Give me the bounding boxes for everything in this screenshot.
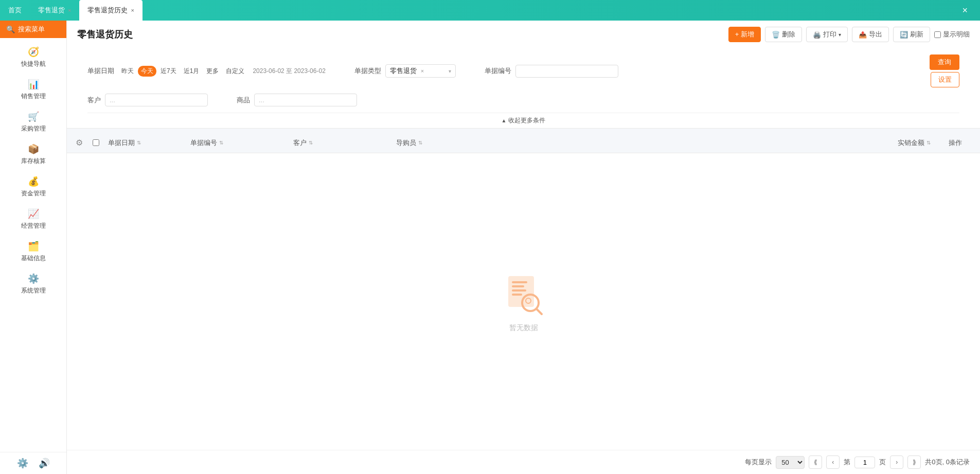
tab-retail-return-history-label: 零售退货历史 bbox=[87, 6, 128, 15]
sidebar: 🔍 搜索菜单 🧭 快捷导航 📊 销售管理 🛒 采购管理 📦 库存核算 💰 bbox=[0, 21, 67, 474]
th-amount-sort[interactable]: ⇅ bbox=[926, 140, 931, 145]
new-button[interactable]: + 新增 bbox=[728, 27, 761, 42]
content-area: 零售退货历史 + 新增 🗑️ 删除 🖨️ 打印 ▾ 📤 导出 bbox=[67, 21, 980, 474]
th-action: 操作 bbox=[935, 138, 976, 148]
filter-area: 单据日期 昨天 今天 近7天 近1月 更多 自定义 2023-06-02 至 2… bbox=[77, 48, 970, 128]
sidebar-item-finance[interactable]: 💰 资金管理 bbox=[0, 170, 66, 202]
doc-type-tag: 零售退货 bbox=[390, 66, 417, 76]
page-number-input[interactable] bbox=[854, 457, 875, 468]
shortcut-today[interactable]: 今天 bbox=[138, 66, 156, 77]
doc-type-filter-group: 单据类型 零售退货 × ▾ bbox=[354, 64, 456, 78]
sidebar-item-operations[interactable]: 📈 经营管理 bbox=[0, 202, 66, 234]
column-settings-icon[interactable]: ⚙ bbox=[71, 138, 87, 148]
sidebar-item-purchase-mgmt[interactable]: 🛒 采购管理 bbox=[0, 105, 66, 137]
goods-filter-label: 商品 bbox=[237, 96, 250, 105]
sidebar-item-label: 资金管理 bbox=[21, 189, 46, 198]
main-layout: 🔍 搜索菜单 🧭 快捷导航 📊 销售管理 🛒 采购管理 📦 库存核算 💰 bbox=[0, 21, 980, 474]
refresh-button[interactable]: 🔄 刷新 bbox=[893, 27, 930, 42]
refresh-label: 刷新 bbox=[910, 30, 923, 39]
goods-input[interactable]: ... bbox=[254, 94, 357, 106]
sidebar-item-sales-mgmt[interactable]: 📊 销售管理 bbox=[0, 72, 66, 105]
collapse-label: 收起更多条件 bbox=[508, 116, 545, 125]
th-customer: 客户 ⇅ bbox=[289, 138, 392, 148]
shortcut-more[interactable]: 更多 bbox=[203, 66, 222, 77]
refresh-icon: 🔄 bbox=[900, 31, 908, 39]
sidebar-item-quick-nav[interactable]: 🧭 快捷导航 bbox=[0, 40, 66, 72]
prev-page-button[interactable]: ‹ bbox=[826, 455, 840, 469]
toolbar: + 新增 🗑️ 删除 🖨️ 打印 ▾ 📤 导出 bbox=[728, 27, 970, 42]
sidebar-item-label: 基础信息 bbox=[21, 254, 46, 263]
doc-type-tag-close[interactable]: × bbox=[421, 68, 424, 74]
display-mingxi-checkbox[interactable] bbox=[934, 31, 941, 38]
filter-row-1: 单据日期 昨天 今天 近7天 近1月 更多 自定义 2023-06-02 至 2… bbox=[87, 54, 959, 87]
shortcut-yesterday[interactable]: 昨天 bbox=[118, 66, 137, 77]
tab-list: 首页 零售退货 × 零售退货历史 × bbox=[0, 0, 958, 21]
sidebar-items-list: 🧭 快捷导航 📊 销售管理 🛒 采购管理 📦 库存核算 💰 资金管理 📈 bbox=[0, 38, 66, 452]
shortcut-1month[interactable]: 近1月 bbox=[181, 66, 203, 77]
inventory-icon: 📦 bbox=[28, 143, 39, 155]
tab-home[interactable]: 首页 bbox=[0, 0, 30, 21]
page-unit: 页 bbox=[879, 458, 886, 467]
table-header: ⚙ 单据日期 ⇅ 单据编号 ⇅ 客户 ⇅ 导购员 ⇅ bbox=[67, 133, 980, 153]
th-customer-label: 客户 bbox=[293, 138, 307, 148]
top-bar: 首页 零售退货 × 零售退货历史 × × bbox=[0, 0, 980, 21]
goods-placeholder: ... bbox=[259, 96, 264, 104]
tab-home-label: 首页 bbox=[8, 6, 22, 15]
th-date-sort[interactable]: ⇅ bbox=[137, 140, 141, 145]
print-label: 打印 bbox=[823, 30, 836, 39]
settings-bottom-icon[interactable]: ⚙️ bbox=[17, 458, 28, 469]
th-num-sort[interactable]: ⇅ bbox=[219, 140, 223, 145]
collapse-icon: ▲ bbox=[502, 118, 507, 123]
top-bar-right: × bbox=[958, 0, 980, 21]
tab-retail-return[interactable]: 零售退货 × bbox=[30, 0, 79, 21]
svg-rect-2 bbox=[512, 285, 524, 287]
sidebar-search-bar[interactable]: 🔍 搜索菜单 bbox=[0, 21, 66, 38]
pagination-bar: 每页显示 50 10 20 100 ⟪ ‹ 第 页 › ⟫ 共0页, 0条记录 bbox=[67, 450, 980, 474]
th-select-all[interactable] bbox=[87, 139, 104, 146]
customer-input[interactable]: ... bbox=[105, 94, 208, 106]
query-button[interactable]: 查询 bbox=[930, 54, 959, 70]
sidebar-item-basic-info[interactable]: 🗂️ 基础信息 bbox=[0, 234, 66, 267]
select-all-checkbox[interactable] bbox=[93, 139, 99, 146]
purchase-mgmt-icon: 🛒 bbox=[28, 111, 39, 122]
collapse-bar[interactable]: ▲ 收起更多条件 bbox=[87, 113, 959, 128]
export-button[interactable]: 📤 导出 bbox=[852, 27, 889, 42]
page-title-row: 零售退货历史 + 新增 🗑️ 删除 🖨️ 打印 ▾ 📤 导出 bbox=[77, 27, 970, 42]
tab-retail-return-history[interactable]: 零售退货历史 × bbox=[79, 0, 142, 21]
doc-type-label: 单据类型 bbox=[354, 66, 381, 76]
search-icon: 🔍 bbox=[6, 25, 15, 33]
date-shortcuts: 昨天 今天 近7天 近1月 更多 自定义 bbox=[118, 66, 247, 77]
tab-retail-return-close[interactable]: × bbox=[68, 7, 71, 13]
th-action-label: 操作 bbox=[949, 138, 962, 148]
shortcut-7days[interactable]: 近7天 bbox=[157, 66, 180, 77]
per-page-select[interactable]: 50 10 20 100 bbox=[776, 456, 805, 469]
setting-button[interactable]: 设置 bbox=[931, 72, 959, 87]
next-page-button[interactable]: › bbox=[890, 455, 903, 469]
print-button[interactable]: 🖨️ 打印 ▾ bbox=[806, 27, 848, 42]
svg-rect-1 bbox=[512, 281, 527, 283]
th-customer-sort[interactable]: ⇅ bbox=[309, 140, 313, 145]
last-page-button[interactable]: ⟫ bbox=[907, 455, 921, 469]
sidebar-bottom-bar: ⚙️ 🔊 bbox=[0, 452, 66, 474]
date-filter-label: 单据日期 bbox=[87, 66, 114, 76]
sidebar-item-system[interactable]: ⚙️ 系统管理 bbox=[0, 267, 66, 299]
tab-retail-return-history-close[interactable]: × bbox=[131, 7, 134, 13]
delete-icon: 🗑️ bbox=[772, 31, 780, 39]
page-label: 第 bbox=[844, 458, 850, 467]
date-range-value: 2023-06-02 至 2023-06-02 bbox=[253, 67, 325, 76]
audio-bottom-icon[interactable]: 🔊 bbox=[39, 458, 50, 469]
filter-row-2: 客户 ... 商品 ... bbox=[87, 94, 959, 106]
shortcut-custom[interactable]: 自定义 bbox=[223, 66, 247, 77]
empty-state: 暂无数据 bbox=[67, 153, 980, 450]
doc-num-input[interactable] bbox=[515, 65, 618, 78]
th-guide-sort[interactable]: ⇅ bbox=[418, 140, 422, 145]
delete-button[interactable]: 🗑️ 删除 bbox=[765, 27, 802, 42]
sidebar-item-inventory[interactable]: 📦 库存核算 bbox=[0, 137, 66, 170]
per-page-label: 每页显示 bbox=[745, 458, 772, 467]
doc-type-select[interactable]: 零售退货 × ▾ bbox=[385, 64, 456, 78]
sidebar-search-label: 搜索菜单 bbox=[18, 25, 45, 34]
window-close-button[interactable]: × bbox=[958, 5, 972, 16]
first-page-button[interactable]: ⟪ bbox=[809, 455, 822, 469]
delete-label: 删除 bbox=[782, 30, 795, 39]
sales-mgmt-icon: 📊 bbox=[28, 79, 39, 90]
